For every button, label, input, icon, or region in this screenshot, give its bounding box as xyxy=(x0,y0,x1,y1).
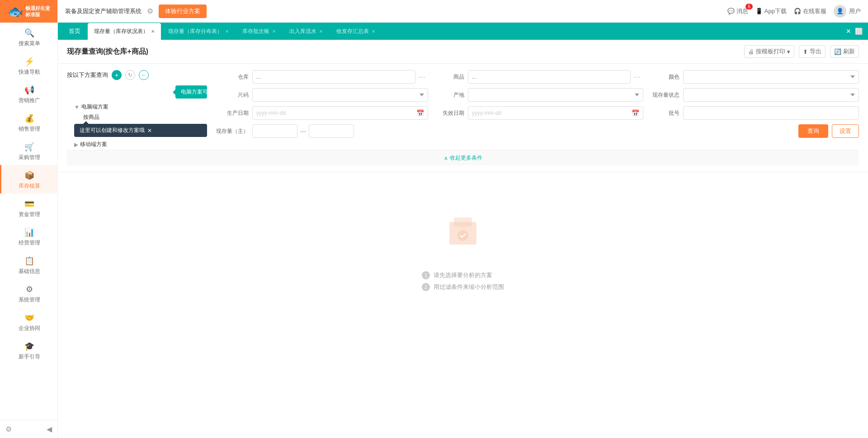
export-button[interactable]: ⬆ 导出 xyxy=(799,45,826,58)
page-actions: 🖨 按模板打印 ▾ ⬆ 导出 🔄 刷新 xyxy=(744,45,859,58)
filter-group-origin: 产地 xyxy=(432,88,644,102)
tooltip2-text: 这里可以创建和修改方案哦 xyxy=(80,127,145,134)
calendar-icon[interactable]: 📅 xyxy=(416,109,424,117)
collapse-label: 收起更多条件 xyxy=(450,154,482,162)
filter-row-4: 现存量（主） — 查询 设置 xyxy=(216,124,859,138)
sidebar-item-label: 资金管理 xyxy=(19,211,40,218)
filter-main-row: 按以下方案查询 + ↻ ← 电脑方案可设为移动方案哦 ✕ xyxy=(67,70,859,150)
tab-close-icon[interactable]: ✕ xyxy=(319,29,323,34)
prod-date-input[interactable]: yyyy-mm-dd 📅 xyxy=(252,106,428,120)
scheme-tree: ▼ 电脑端方案 按商品 这里可以创建和修改方案哦 ✕ xyxy=(67,103,207,148)
sidebar-logo: 🐟 畅通好生意 标准版 xyxy=(0,0,57,23)
sidebar-item-label: 营销推广 xyxy=(19,97,40,104)
quicknav-icon: ⚡ xyxy=(24,57,34,66)
tab-inventory-status[interactable]: 现存量（库存状况表） ✕ xyxy=(88,23,161,40)
sidebar-item-search[interactable]: 🔍 搜索菜单 xyxy=(0,23,57,51)
tab-close-all-icon[interactable]: ✕ xyxy=(846,28,851,35)
exp-button[interactable]: 体验行业方案 xyxy=(159,5,207,18)
warehouse-dots[interactable]: ⋯ xyxy=(418,73,425,81)
tooltip2-container: 这里可以创建和修改方案哦 ✕ xyxy=(74,124,207,137)
scheme-pc-row: ▼ 电脑端方案 xyxy=(74,103,207,111)
sidebar-item-purchase[interactable]: 🛒 采购管理 xyxy=(0,137,57,165)
origin-select[interactable] xyxy=(468,88,644,102)
sidebar-item-label: 企业协同 xyxy=(19,325,40,332)
range-dash: — xyxy=(300,128,306,135)
collapse-bar[interactable]: ∧ 收起更多条件 xyxy=(67,150,859,165)
tip2-text: 用过滤条件来缩小分析范围 xyxy=(434,283,504,291)
logo-icon: 🐟 xyxy=(8,4,24,19)
app-download-button[interactable]: 📱 App下载 xyxy=(755,7,787,15)
tab-restore-icon[interactable]: ⬜ xyxy=(855,28,863,35)
sidebar-item-quicknav[interactable]: ⚡ 快速导航 xyxy=(0,51,57,80)
tab-close-icon[interactable]: ✕ xyxy=(372,29,375,34)
warehouse-label: 仓库 xyxy=(216,73,252,81)
refresh-scheme-button[interactable]: ↻ xyxy=(125,70,135,80)
service-button[interactable]: 🎧 在线客服 xyxy=(794,7,826,15)
stock-status-label: 现存量状态 xyxy=(647,91,683,99)
exp-date-input[interactable]: yyyy-mm-dd 📅 xyxy=(468,106,644,120)
message-badge: 6 xyxy=(745,4,753,9)
expand-mobile-icon[interactable]: ▶ xyxy=(74,141,78,148)
size-select[interactable] xyxy=(252,88,428,102)
tab-close-icon[interactable]: ✕ xyxy=(225,29,229,34)
filter-group-stock-status: 现存量状态 xyxy=(647,88,859,102)
sidebar-item-guide[interactable]: 🎓 新手引导 xyxy=(0,336,57,364)
tab-inout-summary[interactable]: 收发存汇总表 ✕ xyxy=(330,23,382,40)
filter-left-panel: 按以下方案查询 + ↻ ← 电脑方案可设为移动方案哦 ✕ xyxy=(67,70,207,150)
message-button[interactable]: 💬 消息 6 xyxy=(727,7,748,15)
expand-pc-icon[interactable]: ▼ xyxy=(74,104,80,110)
add-scheme-button[interactable]: + xyxy=(112,70,122,80)
tab-close-icon[interactable]: ✕ xyxy=(151,29,155,34)
batch-input[interactable] xyxy=(683,106,859,120)
user-profile[interactable]: 👤 用户 xyxy=(834,5,861,18)
settings-icon[interactable]: ⚙ xyxy=(5,425,12,433)
stock-main-min[interactable] xyxy=(252,124,297,138)
sidebar-item-sales[interactable]: 💰 销售管理 xyxy=(0,108,57,137)
tab-inventory-dist[interactable]: 现存量（库存分布表） ✕ xyxy=(162,23,235,40)
print-button[interactable]: 🖨 按模板打印 ▾ xyxy=(744,45,794,58)
tooltip-pc-scheme: 电脑方案可设为移动方案哦 ✕ xyxy=(175,85,207,99)
sales-icon: 💰 xyxy=(24,113,34,123)
tip1-text: 请先选择要分析的方案 xyxy=(434,271,492,279)
warehouse-input[interactable] xyxy=(252,70,415,84)
tab-close-icon[interactable]: ✕ xyxy=(272,29,276,34)
tip2-number: 2 xyxy=(422,283,430,291)
search-button[interactable]: 查询 xyxy=(798,124,828,138)
sidebar-item-marketing[interactable]: 📢 营销推广 xyxy=(0,80,57,108)
prod-date-placeholder: yyyy-mm-dd xyxy=(256,110,286,116)
finance-icon: 💳 xyxy=(24,199,34,209)
scheme-mobile-label[interactable]: 移动端方案 xyxy=(80,141,107,148)
sidebar-item-operation[interactable]: 📊 经营管理 xyxy=(0,222,57,250)
sidebar-item-label: 销售管理 xyxy=(19,125,40,133)
filter-group-color: 颜色 xyxy=(647,70,859,84)
stock-main-max[interactable] xyxy=(309,124,354,138)
sidebar-item-inventory[interactable]: 📦 库存核算 xyxy=(0,165,57,193)
stock-status-select[interactable] xyxy=(683,88,859,102)
operation-icon: 📊 xyxy=(24,227,34,237)
calendar-icon[interactable]: 📅 xyxy=(632,109,639,117)
tooltip2-close[interactable]: ✕ xyxy=(147,127,152,134)
sidebar-item-finance[interactable]: 💳 资金管理 xyxy=(0,193,57,222)
settings-button[interactable]: ⚙ xyxy=(147,7,153,15)
arrow-left-button[interactable]: ← xyxy=(139,70,149,80)
goods-input[interactable] xyxy=(468,70,631,84)
tooltip1-close[interactable]: ✕ xyxy=(249,89,253,95)
tab-home[interactable]: 首页 xyxy=(61,23,88,40)
marketing-icon: 📢 xyxy=(24,85,34,95)
tab-batch-account[interactable]: 库存批次账 ✕ xyxy=(236,23,282,40)
refresh-button[interactable]: 🔄 刷新 xyxy=(830,45,859,58)
collapse-sidebar-icon[interactable]: ◀ xyxy=(47,425,52,433)
sidebar-item-system[interactable]: ⚙ 系统管理 xyxy=(0,279,57,307)
tab-bar: 首页 现存量（库存状况表） ✕ 现存量（库存分布表） ✕ 库存批次账 ✕ 出入库… xyxy=(58,23,868,40)
empty-illustration xyxy=(440,208,486,262)
sidebar-item-basic[interactable]: 📋 基础信息 xyxy=(0,250,57,279)
color-select[interactable] xyxy=(683,70,859,84)
export-icon: ⬆ xyxy=(803,48,808,55)
scheme-pc-label[interactable]: 电脑端方案 xyxy=(81,103,108,111)
chevron-down-icon: ▾ xyxy=(787,48,790,55)
sidebar-item-company[interactable]: 🤝 企业协同 xyxy=(0,307,57,336)
reset-button[interactable]: 设置 xyxy=(832,124,859,138)
tab-inout-flow[interactable]: 出入库流水 ✕ xyxy=(283,23,329,40)
goods-dots[interactable]: ⋯ xyxy=(633,73,641,81)
filter-group-exp-date: 失效日期 yyyy-mm-dd 📅 xyxy=(432,106,644,120)
